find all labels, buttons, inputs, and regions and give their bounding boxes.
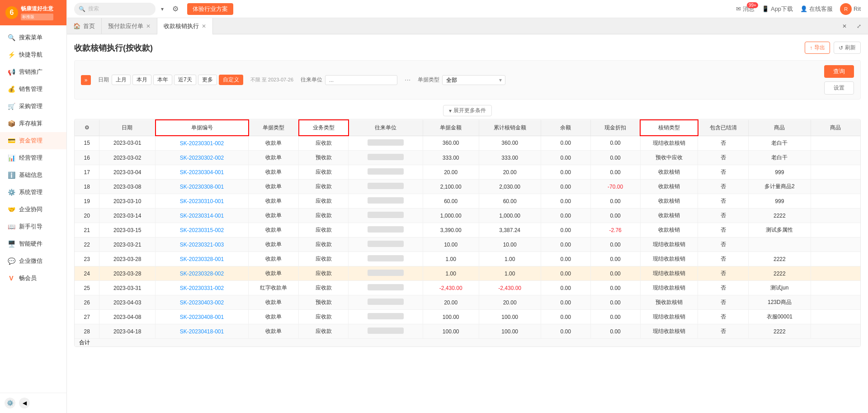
col-header-partner[interactable]: 往来单位 bbox=[349, 120, 423, 136]
sidebar-item-hardware[interactable]: 🖥️ 智能硬件 bbox=[0, 235, 66, 252]
bill-link[interactable]: SK-20230315-002 bbox=[180, 227, 224, 233]
collapse-icon[interactable]: ◀ bbox=[19, 398, 30, 408]
topbar-message[interactable]: ✉ 消息 99+ bbox=[736, 5, 755, 13]
partner-more-icon[interactable]: ··· bbox=[405, 76, 410, 84]
sidebar-item-enterprise[interactable]: 🤝 企业协同 bbox=[0, 201, 66, 218]
query-button[interactable]: 查询 bbox=[824, 65, 854, 78]
cell-partner bbox=[349, 180, 423, 194]
col-header-settings[interactable]: ⚙ bbox=[75, 120, 99, 136]
bill-link[interactable]: SK-20230328-002 bbox=[180, 271, 224, 277]
date-btn-this-month[interactable]: 本月 bbox=[132, 75, 151, 85]
sidebar-item-purchase[interactable]: 🛒 采购管理 bbox=[0, 98, 66, 115]
sidebar-item-sales[interactable]: 💰 销售管理 bbox=[0, 81, 66, 98]
sidebar-item-system[interactable]: ⚙️ 系统管理 bbox=[0, 184, 66, 201]
partner-input[interactable] bbox=[325, 75, 397, 85]
sidebar-item-marketing[interactable]: 📢 营销推广 bbox=[0, 63, 66, 81]
bill-link[interactable]: SK-20230304-001 bbox=[180, 169, 224, 176]
partner-blurred bbox=[368, 168, 404, 175]
col-header-goods1[interactable]: 商品 bbox=[749, 120, 811, 136]
bill-link[interactable]: SK-20230418-001 bbox=[180, 328, 224, 335]
bill-link[interactable]: SK-20230301-002 bbox=[180, 140, 224, 147]
col-header-billno[interactable]: 单据编号 bbox=[156, 120, 249, 136]
sidebar-item-guide[interactable]: 📖 新手引导 bbox=[0, 218, 66, 235]
footer-billno bbox=[156, 339, 249, 347]
tab-prepay[interactable]: 预付款应付单 ✕ bbox=[102, 18, 157, 34]
col-header-biztype[interactable]: 业务类型 bbox=[299, 120, 349, 136]
sidebar-item-quick[interactable]: ⚡ 快捷导航 bbox=[0, 46, 66, 63]
table-row: 27 2023-04-08 SK-20230408-001 收款单 应收款 10… bbox=[75, 310, 860, 324]
cell-discount: 0.00 bbox=[590, 324, 640, 339]
col-header-balance[interactable]: 余额 bbox=[541, 120, 590, 136]
col-header-date[interactable]: 日期 bbox=[99, 120, 156, 136]
tab-prepay-close[interactable]: ✕ bbox=[146, 23, 151, 29]
cell-include: 否 bbox=[698, 295, 749, 310]
topbar-dropdown[interactable]: ▾ bbox=[161, 6, 164, 12]
date-btn-custom[interactable]: 自定义 bbox=[219, 75, 243, 85]
bill-link[interactable]: SK-20230328-001 bbox=[180, 256, 224, 262]
date-btn-last-month[interactable]: 上月 bbox=[112, 75, 131, 85]
avatar: R bbox=[840, 3, 852, 15]
tab-collection-close[interactable]: ✕ bbox=[202, 23, 206, 29]
filter-toggle-button[interactable]: » bbox=[81, 75, 91, 85]
sidebar-item-member[interactable]: V 畅会员 bbox=[0, 270, 66, 287]
cell-discount: 0.00 bbox=[590, 237, 640, 252]
sidebar-item-operation[interactable]: 📊 经营管理 bbox=[0, 149, 66, 166]
topbar-gear-icon[interactable]: ⚙ bbox=[169, 3, 182, 15]
sidebar-item-basic[interactable]: ℹ️ 基础信息 bbox=[0, 166, 66, 184]
cell-no: 22 bbox=[75, 237, 99, 252]
bill-type-select[interactable]: 全部 bbox=[442, 75, 505, 85]
basic-icon: ℹ️ bbox=[7, 171, 15, 179]
dropdown-arrow-icon: ▾ bbox=[161, 6, 164, 12]
col-header-nuclear[interactable]: 核销类型 bbox=[640, 120, 698, 136]
bill-link[interactable]: SK-20230310-001 bbox=[180, 198, 224, 204]
sidebar-item-inventory[interactable]: 📦 库存核算 bbox=[0, 115, 66, 132]
bill-link[interactable]: SK-20230331-002 bbox=[180, 285, 224, 291]
solution-button[interactable]: 体验行业方案 bbox=[187, 3, 233, 15]
sidebar-item-capital[interactable]: 💳 资金管理 bbox=[0, 132, 66, 149]
close-tab-icon[interactable]: ✕ bbox=[839, 21, 850, 32]
cell-goods1: 老白干 bbox=[749, 151, 811, 165]
topbar-user[interactable]: R Rit bbox=[840, 3, 861, 15]
settings-button[interactable]: 设置 bbox=[824, 81, 854, 95]
col-header-billtype[interactable]: 单据类型 bbox=[249, 120, 299, 136]
bill-link[interactable]: SK-20230302-002 bbox=[180, 155, 224, 161]
tab-collection[interactable]: 收款核销执行 ✕ bbox=[157, 18, 213, 34]
export-button[interactable]: ↑ 导出 bbox=[805, 42, 830, 54]
refresh-button[interactable]: ↺ 刷新 bbox=[834, 42, 861, 54]
expand-conditions-button[interactable]: ▾ 展开更多条件 bbox=[443, 105, 492, 116]
date-btn-this-year[interactable]: 本年 bbox=[153, 75, 172, 85]
tab-home[interactable]: 🏠 首页 bbox=[67, 18, 102, 34]
filter-bar: » 日期 上月 本月 本年 近7天 更多 自定义 不限 至 2023-07-26 bbox=[74, 60, 861, 100]
bill-link[interactable]: SK-20230408-001 bbox=[180, 314, 224, 320]
col-header-discount[interactable]: 现金折扣 bbox=[590, 120, 640, 136]
topbar-search[interactable]: 🔍 搜索 bbox=[74, 3, 156, 15]
bill-link[interactable]: SK-20230308-001 bbox=[180, 184, 224, 190]
col-header-include[interactable]: 包含已结清 bbox=[698, 120, 749, 136]
col-header-amount[interactable]: 单据金额 bbox=[423, 120, 479, 136]
sidebar-item-search[interactable]: 🔍 搜索菜单 bbox=[0, 29, 66, 46]
date-btn-more[interactable]: 更多 bbox=[198, 75, 217, 85]
cell-nuclear-type: 收款核销 bbox=[640, 209, 698, 223]
cell-no: 27 bbox=[75, 310, 99, 324]
cell-goods1: 多计量商品2 bbox=[749, 180, 811, 194]
bill-link[interactable]: SK-20230321-003 bbox=[180, 242, 224, 248]
sidebar-item-wechat[interactable]: 💬 企业微信 bbox=[0, 252, 66, 270]
cell-billtype: 收款单 bbox=[249, 324, 299, 339]
maximize-icon[interactable]: ⤢ bbox=[854, 21, 864, 32]
col-header-acc[interactable]: 累计核销金额 bbox=[479, 120, 541, 136]
topbar-service[interactable]: 👤 在线客服 bbox=[800, 5, 833, 13]
settings-footer-icon[interactable]: ⚙️ bbox=[5, 398, 15, 408]
cell-amount: 20.00 bbox=[423, 295, 479, 310]
cell-billno: SK-20230321-003 bbox=[156, 237, 249, 252]
topbar-app[interactable]: 📱 App下载 bbox=[762, 5, 793, 13]
bill-link[interactable]: SK-20230314-001 bbox=[180, 213, 224, 219]
cell-balance: 0.00 bbox=[541, 209, 590, 223]
page-title: 收款核销执行(按收款) bbox=[74, 43, 153, 53]
cell-no: 15 bbox=[75, 136, 99, 151]
bill-link[interactable]: SK-20230403-002 bbox=[180, 299, 224, 306]
cell-balance: 0.00 bbox=[541, 165, 590, 180]
date-label: 日期 bbox=[98, 76, 109, 84]
service-label: 在线客服 bbox=[809, 5, 833, 13]
col-header-goods2[interactable]: 商品 bbox=[811, 120, 860, 136]
date-btn-7days[interactable]: 近7天 bbox=[174, 75, 196, 85]
